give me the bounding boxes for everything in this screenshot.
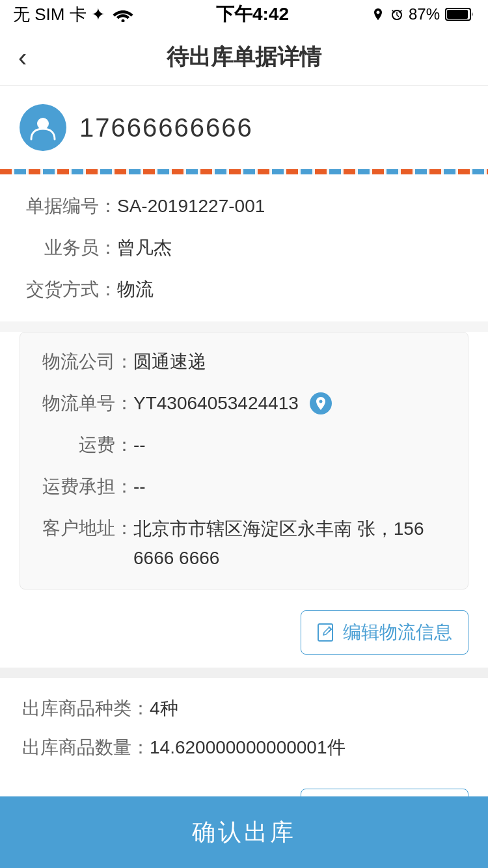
dashed-divider [0,169,488,174]
edit-logistics-label: 编辑物流信息 [343,620,452,645]
goods-types-value: 4种 [150,696,178,721]
goods-types-row: 出库商品种类： 4种 [20,696,468,721]
confirm-button[interactable]: 确认出库 [0,796,488,868]
address-value: 北京市市辖区海淀区永丰南 张，156 6666 6666 [133,515,452,573]
basic-info-section: 单据编号： SA-20191227-001 业务员： 曾凡杰 交货方式： 物流 [0,174,488,321]
salesman-row: 业务员： 曾凡杰 [20,234,468,262]
delivery-value: 物流 [117,276,468,303]
goods-quantity-value: 14.620000000000001件 [150,735,346,760]
nav-bar: ‹ 待出库单据详情 [0,29,488,86]
order-number-label: 单据编号： [20,193,117,220]
freight-label: 运费： [36,431,133,459]
logistics-wrapper: 物流公司： 圆通速递 物流单号： YT43064053424413 运费： --… [0,332,488,668]
content: 17666666666 单据编号： SA-20191227-001 业务员： 曾… [0,86,488,868]
delivery-label: 交货方式： [20,276,117,303]
user-icon [29,113,57,142]
address-row: 客户地址： 北京市市辖区海淀区永丰南 张，156 6666 6666 [36,515,452,573]
salesman-value: 曾凡杰 [117,234,468,262]
confirm-button-label: 确认出库 [192,817,296,848]
order-number-value: SA-20191227-001 [117,193,468,220]
freight-value: -- [133,431,452,459]
delivery-row: 交货方式： 物流 [20,276,468,303]
edit-logistics-button[interactable]: 编辑物流信息 [301,610,468,655]
freight-bear-label: 运费承担： [36,473,133,500]
order-number-row: 单据编号： SA-20191227-001 [20,193,468,220]
location-icon [371,7,385,21]
svg-rect-3 [447,10,468,19]
status-bar: 无 SIM 卡 ✦ 下午4:42 87% [0,0,488,29]
status-left: 无 SIM 卡 ✦ [13,3,134,26]
logistics-tracking-row: 物流单号： YT43064053424413 [36,390,452,417]
goods-quantity-row: 出库商品数量： 14.620000000000001件 [20,735,468,760]
page-title: 待出库单据详情 [167,42,321,72]
address-label: 客户地址： [36,515,133,542]
section-divider [0,668,488,678]
battery-icon [445,7,475,21]
tracking-number-text: YT43064053424413 [133,390,299,417]
back-button[interactable]: ‹ [18,44,27,70]
goods-section: 出库商品种类： 4种 出库商品数量： 14.620000000000001件 [0,678,488,778]
edit-icon [317,623,336,642]
logistics-company-label: 物流公司： [36,348,133,375]
sim-text: 无 SIM 卡 ✦ [13,3,105,26]
alarm-icon [390,8,403,21]
logistics-tracking-label: 物流单号： [36,390,133,417]
svg-point-4 [37,118,49,129]
logistics-tracking-value: YT43064053424413 [133,390,452,417]
phone-number: 17666666666 [79,113,253,142]
status-right: 87% [371,5,475,23]
logistics-company-value: 圆通速递 [133,348,452,375]
tracking-location-icon[interactable] [309,392,332,415]
goods-types-label: 出库商品种类： [20,696,150,721]
battery-text: 87% [409,5,440,23]
logistics-company-row: 物流公司： 圆通速递 [36,348,452,375]
freight-row: 运费： -- [36,431,452,459]
wifi-icon [112,7,134,22]
edit-btn-row: 编辑物流信息 [0,600,488,668]
salesman-label: 业务员： [20,234,117,262]
freight-bear-value: -- [133,473,452,500]
svg-point-0 [121,20,124,23]
header-card: 17666666666 [0,86,488,169]
logistics-card: 物流公司： 圆通速递 物流单号： YT43064053424413 运费： --… [20,332,468,590]
avatar [20,104,66,151]
svg-rect-6 [318,624,332,641]
freight-bear-row: 运费承担： -- [36,473,452,500]
goods-quantity-label: 出库商品数量： [20,735,150,760]
status-time: 下午4:42 [216,2,289,27]
